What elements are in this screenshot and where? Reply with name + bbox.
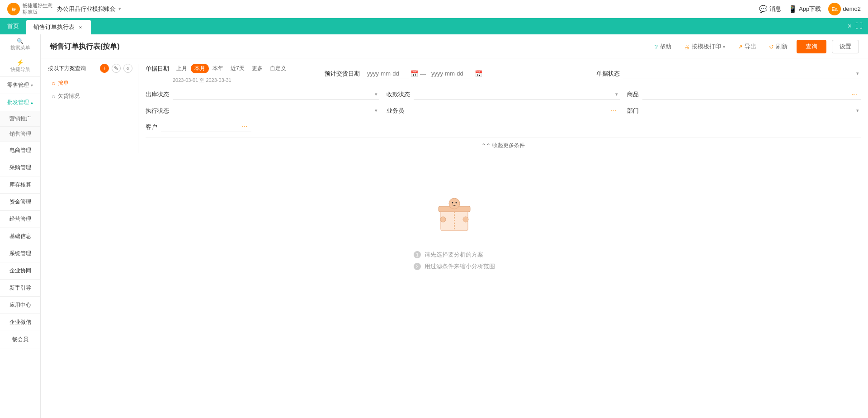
order-status-select-wrapper: ▾ xyxy=(623,68,861,79)
scheme-debt-label: 欠货情况 xyxy=(58,92,80,100)
date-btn-last-month[interactable]: 上月 xyxy=(173,64,191,73)
export-label: 导出 xyxy=(745,43,756,51)
sidebar-search-label: 搜索菜单 xyxy=(4,44,37,51)
sidebar-item-finance[interactable]: 资金管理 xyxy=(0,194,40,211)
date-field-label: 单据日期 xyxy=(146,64,169,73)
sidebar-quick-nav[interactable]: ⚡ 快捷导航 xyxy=(0,55,40,77)
main-layout: 🔍 搜索菜单 ⚡ 快捷导航 零售管理 ▾ 批发管理 ▴ 营销推广 销售管理 电商… xyxy=(0,34,868,418)
expected-date-to[interactable] xyxy=(428,68,473,79)
filter-left-icons: + ✎ « xyxy=(100,64,132,73)
window-expand-icon[interactable]: ⛶ xyxy=(855,22,863,30)
export-icon: ↗ xyxy=(738,43,743,50)
collapse-label: 收起更多条件 xyxy=(492,142,525,149)
sidebar-marketing-label: 营销推广 xyxy=(9,115,31,122)
hint-num-2: 2 xyxy=(414,263,421,270)
customer-more-btn[interactable]: ··· xyxy=(240,123,250,131)
collapse-bar[interactable]: ⌃⌃ 收起更多条件 xyxy=(146,138,861,153)
refresh-btn[interactable]: ↺ 刷新 xyxy=(765,41,791,52)
sidebar-item-newuser[interactable]: 新手引导 xyxy=(0,280,40,297)
window-close-icon[interactable]: × xyxy=(848,22,852,30)
filter-row-4: 客户 ··· xyxy=(146,122,861,132)
sidebar-item-ecommerce[interactable]: 电商管理 xyxy=(0,142,40,159)
sidebar-item-operations[interactable]: 经营管理 xyxy=(0,211,40,228)
filter-left-panel: 按以下方案查询 + ✎ « xyxy=(48,64,138,153)
sidebar-item-system[interactable]: 系统管理 xyxy=(0,245,40,262)
sidebar-item-marketing[interactable]: 营销推广 xyxy=(0,111,40,127)
order-status-label: 单据状态 xyxy=(596,70,620,78)
collapse-icon: « xyxy=(127,65,130,71)
sidebar-search[interactable]: 🔍 搜索菜单 xyxy=(0,34,40,55)
edit-scheme-btn[interactable]: ✎ xyxy=(112,64,121,73)
date-btn-more[interactable]: 更多 xyxy=(248,64,266,73)
query-button[interactable]: 查询 xyxy=(797,40,826,53)
date-icon-from: 📅 xyxy=(410,70,418,77)
tab-close-icon[interactable]: × xyxy=(77,24,84,30)
svg-point-6 xyxy=(452,202,453,204)
sidebar-item-appcenter[interactable]: 应用中心 xyxy=(0,297,40,314)
date-btn-this-month[interactable]: 本月 xyxy=(191,64,209,73)
svg-point-8 xyxy=(440,217,446,222)
date-range-expected: 📅 — 📅 xyxy=(363,68,482,79)
app-download-btn[interactable]: 📱 App下载 xyxy=(788,5,821,13)
delivery-status-select[interactable] xyxy=(173,89,379,100)
collapse-up-icon: ⌃⌃ xyxy=(481,142,491,149)
date-btn-custom[interactable]: 自定义 xyxy=(266,64,290,73)
add-scheme-btn[interactable]: + xyxy=(100,64,109,73)
empty-state: 1 请先选择要分析的方案 2 用过滤条件来缩小分析范围 xyxy=(41,158,868,310)
delivery-status-label: 出库状态 xyxy=(146,90,169,99)
settings-button[interactable]: 设置 xyxy=(832,40,859,53)
order-status-select[interactable] xyxy=(623,68,861,79)
filter-scheme-by-debt[interactable]: ○ 欠货情况 xyxy=(48,90,132,103)
hint-item-1: 1 请先选择要分析的方案 xyxy=(414,251,495,259)
sidebar-inventory-label: 库存核算 xyxy=(9,181,31,188)
delivery-status-select-wrapper: ▾ xyxy=(173,89,379,100)
refresh-icon: ↺ xyxy=(769,43,774,50)
sidebar-item-wechat[interactable]: 企业微信 xyxy=(0,314,40,331)
department-select[interactable] xyxy=(642,105,861,116)
breadcrumb-text: 办公用品行业模拟账套 xyxy=(57,5,116,13)
print-label: 按模板打印 xyxy=(692,43,721,51)
sidebar-item-cooperation[interactable]: 企业协同 xyxy=(0,262,40,280)
expected-date-from[interactable] xyxy=(363,68,409,79)
date-btn-this-year[interactable]: 本年 xyxy=(209,64,227,73)
help-btn[interactable]: ? 帮助 xyxy=(651,41,675,52)
svg-point-5 xyxy=(449,198,460,209)
payment-status-select[interactable] xyxy=(414,89,620,100)
filter-left-title: 按以下方案查询 + ✎ « xyxy=(48,64,132,73)
hint-num-1: 1 xyxy=(414,251,421,258)
sidebar-ecommerce-label: 电商管理 xyxy=(9,147,31,153)
sidebar-finance-label: 资金管理 xyxy=(9,199,31,205)
date-btn-7days[interactable]: 近7天 xyxy=(227,64,248,73)
user-profile[interactable]: Ea demo2 xyxy=(828,3,861,15)
print-btn[interactable]: 🖨 按模板打印 ▾ xyxy=(680,41,729,52)
sidebar-item-sales[interactable]: 销售管理 xyxy=(0,127,40,142)
page-title: 销售订单执行表(按单) xyxy=(50,42,120,52)
chevron-down-icon: ▾ xyxy=(31,83,33,88)
sidebar-item-basic[interactable]: 基础信息 xyxy=(0,228,40,245)
filter-scheme-by-order[interactable]: ○ 按单 xyxy=(48,76,132,90)
sidebar-item-member[interactable]: 畅会员 xyxy=(0,331,40,348)
date-icon-to: 📅 xyxy=(475,70,482,77)
sidebar-newuser-label: 新手引导 xyxy=(9,285,31,291)
sidebar-item-purchase[interactable]: 采购管理 xyxy=(0,159,40,176)
sidebar-item-wholesale[interactable]: 批发管理 ▴ xyxy=(0,94,40,111)
sidebar-item-inventory[interactable]: 库存核算 xyxy=(0,176,40,194)
collapse-scheme-btn[interactable]: « xyxy=(123,64,132,73)
help-icon: ? xyxy=(655,43,658,50)
scheme-debt-icon: ○ xyxy=(52,93,55,100)
execution-status-select[interactable] xyxy=(173,105,379,116)
empty-hints: 1 请先选择要分析的方案 2 用过滤条件来缩小分析范围 xyxy=(414,251,495,274)
salesman-more-btn[interactable]: ··· xyxy=(609,107,618,115)
nav-icon: ⚡ xyxy=(16,59,24,66)
product-more-btn[interactable]: ··· xyxy=(849,90,859,99)
sidebar: 🔍 搜索菜单 ⚡ 快捷导航 零售管理 ▾ 批发管理 ▴ 营销推广 销售管理 电商… xyxy=(0,34,41,418)
breadcrumb-area[interactable]: 办公用品行业模拟账套 ▾ xyxy=(57,5,121,13)
user-name: demo2 xyxy=(843,5,861,12)
sidebar-item-retail[interactable]: 零售管理 ▾ xyxy=(0,77,40,94)
filter-area: 按以下方案查询 + ✎ « xyxy=(41,58,868,158)
avatar: Ea xyxy=(828,3,841,15)
message-btn[interactable]: 💬 消息 xyxy=(759,5,781,13)
tab-home[interactable]: 首页 xyxy=(0,18,26,34)
export-btn[interactable]: ↗ 导出 xyxy=(734,41,760,52)
tab-sales-order[interactable]: 销售订单执行表 × xyxy=(26,20,91,34)
